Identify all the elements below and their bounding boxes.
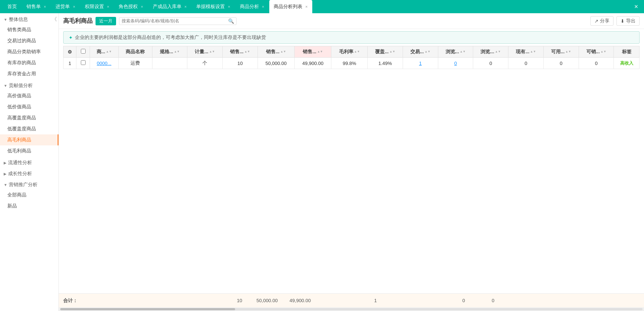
cell-view1[interactable]: 0 (438, 58, 473, 69)
top-nav: 首页 销售单 × 进货单 × 权限设置 × 角色授权 × 产成品入库单 × 单据… (0, 0, 644, 13)
cell-view2: 0 (473, 58, 508, 69)
sort-icon: ▲▼ (425, 50, 431, 53)
sort-icon: ▲▼ (317, 50, 323, 53)
col-view2[interactable]: 浏览... ▲▼ (473, 46, 508, 58)
sidebar-item-in-stock[interactable]: 有库存的商品 (0, 57, 58, 68)
sort-icon: ▲▼ (565, 50, 571, 53)
col-tag[interactable]: 标签 (614, 46, 640, 58)
cell-available: 0 (543, 58, 579, 69)
footer-sales1-val: 10 (229, 298, 251, 303)
sort-icon: ▲▼ (106, 50, 112, 53)
sidebar-item-inventory-capital[interactable]: 库存资金占用 (0, 68, 58, 79)
content-header: 高毛利商品 近一月 🔍 ↗ 分享 ⬇ 导出 (59, 13, 644, 29)
select-all-checkbox[interactable] (81, 49, 86, 54)
cell-checkbox[interactable] (76, 58, 90, 69)
export-button[interactable]: ⬇ 导出 (616, 16, 640, 26)
sidebar-item-high-coverage[interactable]: 高覆盖度商品 (0, 112, 58, 123)
col-spec[interactable]: 规格... ▲▼ (152, 46, 187, 58)
nav-tab-purchase[interactable]: 进货单 × (51, 0, 79, 13)
close-icon[interactable]: × (228, 4, 230, 9)
nav-tab-permission[interactable]: 权限设置 × (80, 0, 114, 13)
sidebar-item-all-goods[interactable]: 全部商品 (0, 189, 58, 200)
sort-icon: ▲▼ (495, 50, 501, 53)
notice-bar: ✦ 企业的主要的利润都是这部分商品创造的，可考虑加大推广，同时关注库存是不要出现… (63, 31, 640, 44)
sidebar-group-growth[interactable]: ▶ 成长性分析 (0, 167, 58, 178)
col-name[interactable]: 商品名称 (118, 46, 152, 58)
share-button[interactable]: ↗ 分享 (590, 16, 614, 26)
col-sales3[interactable]: 销售... ▲▼ (295, 46, 331, 58)
search-box: 🔍 (119, 17, 237, 25)
sidebar-item-category-rate[interactable]: 商品分类助销率 (0, 46, 58, 57)
sort-icon: ▲▼ (174, 50, 180, 53)
search-icon[interactable]: 🔍 (228, 18, 234, 24)
cell-sales3: 49,900.00 (295, 58, 331, 69)
col-available[interactable]: 可用... ▲▼ (543, 46, 579, 58)
row-checkbox[interactable] (81, 60, 86, 65)
col-code[interactable]: 商... ▲▼ (90, 46, 118, 58)
footer-spacer2 (390, 298, 420, 303)
footer-trade-val: 1 (361, 298, 390, 303)
footer-current-val: 0 (449, 298, 478, 303)
nav-tab-analysis[interactable]: 商品分析 × (235, 0, 269, 13)
col-trade[interactable]: 交易... ▲▼ (403, 46, 438, 58)
col-sales1[interactable]: 销售... ▲▼ (223, 46, 258, 58)
page-title: 高毛利商品 (63, 17, 93, 25)
sidebar-item-low-value[interactable]: 低价值商品 (0, 101, 58, 112)
cell-trade[interactable]: 1 (403, 58, 438, 69)
close-icon[interactable]: × (73, 4, 75, 9)
sidebar-item-high-value[interactable]: 高价值商品 (0, 90, 58, 101)
filter-recent-month-button[interactable]: 近一月 (96, 17, 116, 25)
nav-tab-sales[interactable]: 销售单 × (22, 0, 50, 13)
share-icon: ↗ (594, 18, 598, 24)
sidebar-item-high-margin[interactable]: 高毛利商品 (0, 134, 58, 145)
col-sales2[interactable]: 销售... ▲▼ (258, 46, 294, 58)
sidebar-item-low-coverage[interactable]: 低覆盖度商品 (0, 123, 58, 134)
col-checkbox[interactable] (76, 46, 90, 58)
close-icon[interactable]: × (262, 4, 264, 9)
sort-icon: ▲▼ (460, 50, 466, 53)
sidebar-item-low-margin[interactable]: 低毛利商品 (0, 145, 58, 156)
sidebar-group-overall[interactable]: ▼ 整体信息 (0, 13, 58, 24)
footer-total: 合计： 10 50,000.00 49,900.00 1 0 0 (59, 293, 644, 307)
nav-tab-product-in[interactable]: 产成品入库单 × (148, 0, 191, 13)
search-input[interactable] (122, 18, 227, 23)
data-table: ⚙ 商... ▲▼ 商品名称 (63, 46, 640, 69)
sidebar-item-traded-goods[interactable]: 交易过的商品 (0, 35, 58, 46)
col-saleable[interactable]: 可销... ▲▼ (579, 46, 614, 58)
sort-icon: ▲▼ (280, 50, 286, 53)
window-close-button[interactable]: × (631, 3, 641, 11)
col-margin[interactable]: 毛利率 ▲▼ (331, 46, 368, 58)
close-icon[interactable]: × (141, 4, 143, 9)
col-view1[interactable]: 浏览... ▲▼ (438, 46, 473, 58)
scrollbar-thumb[interactable] (60, 308, 235, 310)
chevron-down-icon: ▼ (4, 183, 7, 187)
sidebar-group-contribution[interactable]: ▼ 贡献值分析 (0, 79, 58, 90)
chevron-down-icon: ▼ (4, 18, 7, 22)
col-coverage[interactable]: 覆盖... ▲▼ (368, 46, 403, 58)
nav-tab-template[interactable]: 单据模板设置 × (192, 0, 234, 13)
chevron-down-icon: ▼ (4, 84, 7, 88)
nav-tab-role[interactable]: 角色授权 × (114, 0, 147, 13)
col-current[interactable]: 现有... ▲▼ (508, 46, 544, 58)
bottom-scrollbar[interactable] (59, 307, 644, 311)
sidebar-group-liquidity[interactable]: ▶ 流通性分析 (0, 156, 58, 167)
footer-sales3-val: 49,900.00 (284, 298, 317, 303)
cell-tag: 高收入 (614, 58, 640, 69)
cell-index: 1 (64, 58, 76, 69)
sidebar-collapse-button[interactable]: 《 (52, 16, 57, 23)
sort-icon: ▲▼ (209, 50, 215, 53)
col-settings[interactable]: ⚙ (64, 46, 76, 58)
sidebar-group-marketing[interactable]: ▼ 营销推广分析 (0, 178, 58, 189)
sidebar-item-new-goods[interactable]: 新品 (0, 200, 58, 211)
cell-name: 运费 (118, 58, 152, 69)
close-icon[interactable]: × (107, 4, 109, 9)
nav-tab-analysis-list[interactable]: 商品分析列表 × (269, 0, 312, 13)
close-icon[interactable]: × (44, 4, 46, 9)
col-unit[interactable]: 计量... ▲▼ (187, 46, 223, 58)
close-icon[interactable]: × (184, 4, 187, 9)
close-icon[interactable]: × (305, 4, 307, 9)
sidebar-item-sales-goods[interactable]: 销售类商品 (0, 24, 58, 35)
nav-tab-home[interactable]: 首页 (3, 0, 21, 13)
cell-code[interactable]: 0000... (90, 58, 118, 69)
footer-sales2-val: 50,000.00 (251, 298, 284, 303)
